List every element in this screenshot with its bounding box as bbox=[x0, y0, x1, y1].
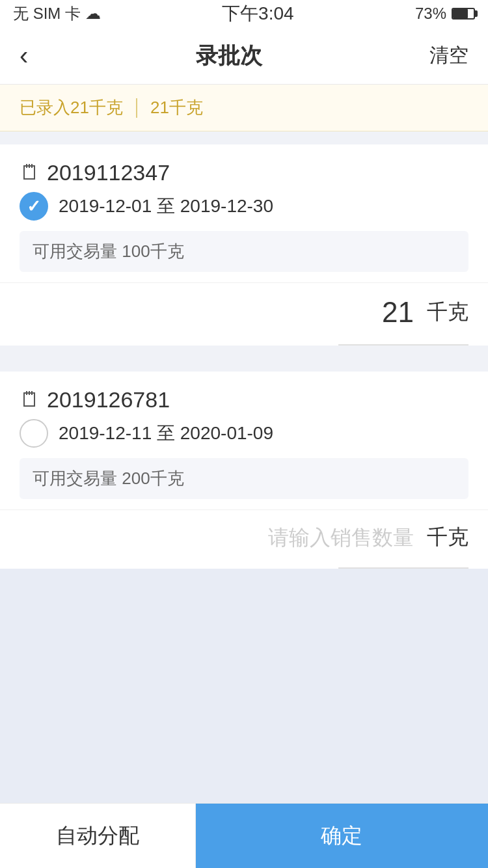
battery-label: 73% bbox=[415, 5, 446, 23]
batch-available-2: 可用交易量 200千克 bbox=[20, 458, 468, 499]
quantity-row-1: 21 千克 bbox=[0, 282, 488, 342]
batch-date-row-1: 2019-12-01 至 2019-12-30 bbox=[20, 192, 468, 221]
batch-id-2: 2019126781 bbox=[47, 387, 170, 413]
batch-date-2: 2019-12-11 至 2020-01-09 bbox=[59, 421, 273, 446]
empty-area bbox=[0, 569, 488, 829]
auto-distribute-button[interactable]: 自动分配 bbox=[0, 804, 196, 868]
confirm-button[interactable]: 确定 bbox=[196, 804, 488, 868]
info-banner: 已录入21千克 21千克 bbox=[0, 85, 488, 131]
status-bar-right: 73% bbox=[415, 5, 475, 23]
batch-date-1: 2019-12-01 至 2019-12-30 bbox=[59, 194, 273, 219]
batch-card-2: 🗒 2019126781 2019-12-11 至 2020-01-09 可用交… bbox=[0, 372, 488, 569]
banner-divider bbox=[136, 98, 137, 118]
batch-header-2: 🗒 2019126781 bbox=[20, 387, 468, 413]
recorded-amount: 已录入21千克 bbox=[20, 96, 123, 119]
radio-2[interactable] bbox=[20, 419, 48, 448]
quantity-value-1: 21 bbox=[382, 296, 414, 329]
nav-bar: ‹ 录批次 清空 bbox=[0, 27, 488, 85]
bottom-bar: 自动分配 确定 bbox=[0, 803, 488, 868]
status-bar: 无 SIM 卡 ☁ 下午3:04 73% bbox=[0, 0, 488, 27]
quantity-unit-2: 千克 bbox=[427, 523, 468, 552]
batch-doc-icon-1: 🗒 bbox=[20, 161, 40, 185]
status-bar-time: 下午3:04 bbox=[222, 1, 294, 26]
radio-1[interactable] bbox=[20, 192, 48, 221]
batch-id-1: 2019112347 bbox=[47, 160, 170, 185]
total-amount: 21千克 bbox=[150, 96, 203, 119]
sim-label: 无 SIM 卡 ☁ bbox=[13, 3, 101, 24]
status-bar-left: 无 SIM 卡 ☁ bbox=[13, 3, 101, 24]
batch-available-1: 可用交易量 100千克 bbox=[20, 231, 468, 272]
battery-icon bbox=[452, 8, 475, 20]
quantity-input-row-2: 千克 bbox=[0, 509, 488, 565]
back-button[interactable]: ‹ bbox=[20, 41, 28, 70]
batch-date-row-2: 2019-12-11 至 2020-01-09 bbox=[20, 419, 468, 448]
page-title: 录批次 bbox=[196, 41, 262, 71]
batch-doc-icon-2: 🗒 bbox=[20, 388, 40, 412]
clear-button[interactable]: 清空 bbox=[429, 42, 468, 69]
quantity-input-2[interactable] bbox=[20, 526, 414, 550]
quantity-unit-1: 千克 bbox=[427, 298, 468, 327]
batch-header-1: 🗒 2019112347 bbox=[20, 160, 468, 185]
section-separator bbox=[0, 346, 488, 359]
batch-card-1: 🗒 2019112347 2019-12-01 至 2019-12-30 可用交… bbox=[0, 144, 488, 346]
